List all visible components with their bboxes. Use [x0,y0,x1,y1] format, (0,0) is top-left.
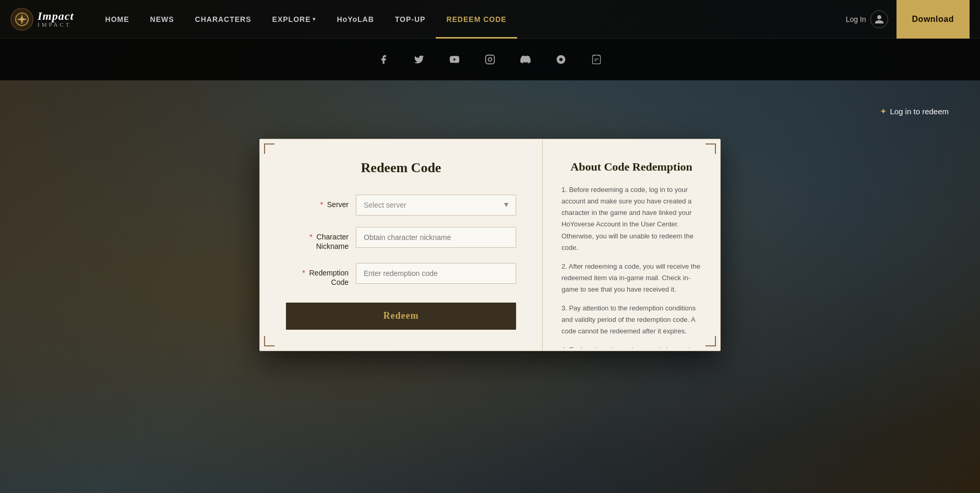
logo-link[interactable]: Impact Impact [10,8,74,31]
download-button[interactable]: Download [897,0,970,39]
redemption-code-input[interactable] [356,263,516,284]
login-label: Log In [846,15,866,23]
login-button[interactable]: Log In [846,10,888,28]
corner-tr [706,143,716,154]
corner-bl [264,336,274,346]
nickname-required-star: * [309,233,312,241]
redeem-button[interactable]: Redeem [286,303,516,330]
nav-topup[interactable]: TOP-UP [385,0,436,39]
logo-text: Impact Impact [38,10,74,28]
about-point-3: 3. Pay attention to the redemption condi… [561,303,701,337]
about-point-1: 1. Before redeeming a code, log in to yo… [561,184,701,254]
character-nickname-label: * CharacterNickname [286,227,349,251]
code-required-star: * [302,269,305,277]
navbar: Impact Impact HOME NEWS CHARACTERS EXPLO… [0,0,980,39]
navbar-right: Log In Download [846,0,970,39]
nav-characters[interactable]: CHARACTERS [185,0,262,39]
nav-explore[interactable]: EXPLORE ▾ [262,0,327,39]
about-point-2: 2. After redeeming a code, you will rece… [561,261,701,295]
server-select[interactable]: Select server Asia America Europe SAR [356,195,516,215]
redemption-code-label: * RedemptionCode [286,263,349,287]
logo-main-text: Impact [38,10,74,22]
about-text: 1. Before redeeming a code, log in to yo… [561,184,701,348]
logo-icon [10,8,33,31]
server-label: * Server [286,195,349,209]
character-nickname-row: * CharacterNickname [286,227,516,251]
nav-home[interactable]: HOME [95,0,140,39]
about-title: About Code Redemption [561,160,701,174]
logo-sub-text: Impact [38,22,74,28]
nav-redeem[interactable]: REDEEM CODE [436,0,517,39]
explore-chevron: ▾ [313,16,316,22]
modal-title: Redeem Code [286,160,516,176]
server-select-wrapper: Select server Asia America Europe SAR ▼ [356,195,516,215]
corner-tl [264,143,274,154]
about-point-4: 4. Each redemption code can only be used… [561,344,701,348]
redeem-modal: Redeem Code * Server Select server Asia … [259,139,721,351]
nav-hoyolab[interactable]: HoYoLAB [326,0,384,39]
nav-news[interactable]: NEWS [140,0,185,39]
corner-br [706,336,716,346]
server-row: * Server Select server Asia America Euro… [286,195,516,215]
modal-backdrop: Redeem Code * Server Select server Asia … [0,39,980,451]
character-nickname-input[interactable] [356,227,516,248]
modal-form-panel: Redeem Code * Server Select server Asia … [260,139,543,351]
nav-links: HOME NEWS CHARACTERS EXPLORE ▾ HoYoLAB T… [95,0,846,39]
redemption-code-row: * RedemptionCode [286,263,516,287]
modal-info-panel: About Code Redemption 1. Before redeemin… [543,139,720,348]
server-required-star: * [320,200,322,209]
user-icon [870,10,888,28]
